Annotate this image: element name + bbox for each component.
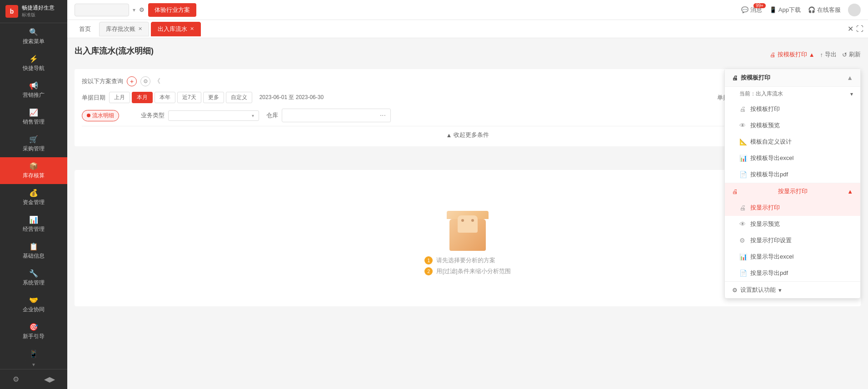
template-print-label: 按模板打印 [750,105,780,113]
active-tag-label: 流水明细 [92,112,114,120]
tab-flow-label: 出入库流水 [158,25,187,33]
warehouse-select[interactable]: ··· [282,109,391,122]
header-right: 💬 消息 99+ 📱 App下载 🎧 在线客服 [741,4,861,16]
refresh-label: 刷新 [849,50,861,59]
dropdown-template-pdf[interactable]: 📄 按模板导出pdf [725,166,860,183]
dropdown-display-print[interactable]: 🖨 按显示打印 [725,199,860,216]
sidebar-item-label: 采购管理 [23,145,45,153]
export-label: 导出 [825,50,837,59]
date-btn-custom[interactable]: 自定义 [226,92,252,103]
gear-icon: ⚙ [732,287,738,294]
tab-expand-button[interactable]: ⛶ [856,25,863,33]
tab-batch-close[interactable]: ✕ [138,26,142,32]
template-excel-label: 按模板导出excel [750,154,793,162]
tab-flow[interactable]: 出入库流水 ✕ [151,22,201,36]
print-icon: 🖨 [770,51,776,58]
sidebar-collapse-icon[interactable]: ◀▶ [44,375,55,384]
sales-icon: 📈 [29,108,38,117]
dropdown-display-pdf[interactable]: 📄 按显示导出pdf [725,265,860,281]
sidebar-item-search[interactable]: 🔍 搜索菜单 [0,23,67,50]
dropdown-display-settings[interactable]: ⚙ 按显示打印设置 [725,232,860,249]
date-btn-this-year[interactable]: 本年 [155,92,175,103]
user-avatar-item[interactable] [848,4,861,16]
step-2-text: 用[过滤]条件来缩小分析范围 [436,267,510,275]
system-icon: 🔧 [29,269,38,278]
header-dropdown-arrow[interactable]: ▾ [133,7,135,13]
headset-icon: 🎧 [808,6,815,13]
date-btn-last-month[interactable]: 上月 [109,92,130,103]
dropdown-template-custom[interactable]: 📐 模板自定义设计 [725,134,860,150]
face-eye-left [461,219,464,222]
biz-type-select[interactable]: ▾ [168,110,259,121]
print-template-button[interactable]: 🖨 按模板打印 ▲ [770,50,815,59]
trial-button[interactable]: 体验行业方案 [148,3,196,17]
header-gear-icon[interactable]: ⚙ [139,6,145,13]
sidebar-item-marketing[interactable]: 📢 营销推广 [0,77,67,104]
cooperation-icon: 🤝 [29,296,38,304]
active-filter-tag[interactable]: 流水明细 [82,110,119,121]
template-custom-label: 模板自定义设计 [750,138,792,146]
sidebar-item-guide[interactable]: 🎯 新手引导 [0,318,67,345]
empty-step-2: 2 用[过滤]条件来缩小分析范围 [424,267,510,275]
sidebar-item-system[interactable]: 🔧 系统管理 [0,264,67,291]
dropdown-template-excel[interactable]: 📊 按模板导出excel [725,150,860,166]
sidebar-item-basic[interactable]: 📋 基础信息 [0,238,67,264]
display-settings-label: 按显示打印设置 [750,236,792,244]
dropdown-display-preview[interactable]: 👁 按显示预览 [725,216,860,232]
refresh-button[interactable]: ↺ 刷新 [842,50,861,59]
face-eye-right [471,219,474,222]
sidebar-item-finance[interactable]: 💰 资金管理 [0,184,67,211]
sidebar-item-label: 营销推广 [23,91,45,99]
warehouse-more-icon[interactable]: ··· [380,111,386,120]
online-service-item[interactable]: 🎧 在线客服 [808,6,841,14]
tag-dot-icon [87,114,90,117]
dropdown-template-print[interactable]: 🖨 按模板打印 [725,101,860,117]
sidebar-item-purchase[interactable]: 🛒 采购管理 [0,130,67,157]
tab-home[interactable]: 首页 [73,22,97,36]
collapse-label: 收起更多条件 [454,131,489,139]
filter-settings-button[interactable]: ⚙ [140,76,150,86]
sidebar-item-sales[interactable]: 📈 销售管理 [0,104,67,130]
main-area: ▾ ⚙ 体验行业方案 💬 消息 99+ 📱 App下载 🎧 在线客服 [67,0,868,389]
sidebar-item-inventory[interactable]: 📦 库存核算 [0,157,67,184]
sidebar-settings-icon[interactable]: ⚙ [13,375,19,384]
message-badge-item[interactable]: 💬 消息 99+ [741,6,762,14]
tab-flow-close[interactable]: ✕ [190,26,194,32]
app-download-item[interactable]: 📱 App下载 [769,6,801,14]
apps-icon: 📱 [29,349,38,358]
sidebar-item-shortcut[interactable]: ⚡ 快捷导航 [0,50,67,77]
dropdown-collapse-icon[interactable]: ▲ [847,74,853,81]
template-print-icon: 🖨 [739,105,747,113]
dropdown-display-excel[interactable]: 📊 按显示导出excel [725,249,860,265]
footer-label: 设置默认功能 [740,286,776,294]
date-btn-this-month[interactable]: 本月 [132,92,153,103]
tabs-right-controls: ✕ ⛶ [848,25,863,33]
empty-state: 1 请先选择要分析的方案 2 用[过滤]条件来缩小分析范围 [424,201,510,275]
display-excel-icon: 📊 [739,253,747,260]
guide-icon: 🎯 [29,323,38,331]
dropdown-footer[interactable]: ⚙ 设置默认功能 ▾ [725,281,860,298]
filter-collapse-button[interactable]: 《 [154,77,160,85]
page-title: 出入库流水(流水明细) [75,45,154,56]
app-download-label: App下载 [778,6,801,14]
display-preview-label: 按显示预览 [750,220,780,228]
filter-add-button[interactable]: + [127,76,137,86]
date-btn-7days[interactable]: 近7天 [177,92,201,103]
dropdown-template-preview[interactable]: 👁 按模板预览 [725,117,860,134]
filter-date-range-item: 2023-06-01 至 2023-06-30 [259,94,324,101]
tabs-bar: 首页 库存批次账 ✕ 出入库流水 ✕ ✕ ⛶ [67,20,868,38]
sidebar-scroll-down-arrow[interactable]: ▼ [0,360,67,369]
sidebar-item-operation[interactable]: 📊 经营管理 [0,211,67,238]
sidebar-item-cooperation[interactable]: 🤝 企业协同 [0,291,67,318]
user-display[interactable] [75,4,129,16]
sidebar-item-apps[interactable]: 📱 应用中心 [0,345,67,360]
tab-batch[interactable]: 库存批次账 ✕ [99,22,149,36]
sidebar-item-label: 企业协同 [23,306,45,314]
dropdown-display-header[interactable]: 🖨 按显示打印 ▲ [725,183,860,199]
display-header-icon: 🖨 [732,188,738,195]
tab-close-all-button[interactable]: ✕ [848,25,853,33]
sidebar-item-label: 新手引导 [23,333,45,340]
date-btn-more[interactable]: 更多 [203,92,224,103]
export-button[interactable]: ↑ 导出 [820,50,837,59]
dropdown-print-icon: 🖨 [732,75,738,81]
